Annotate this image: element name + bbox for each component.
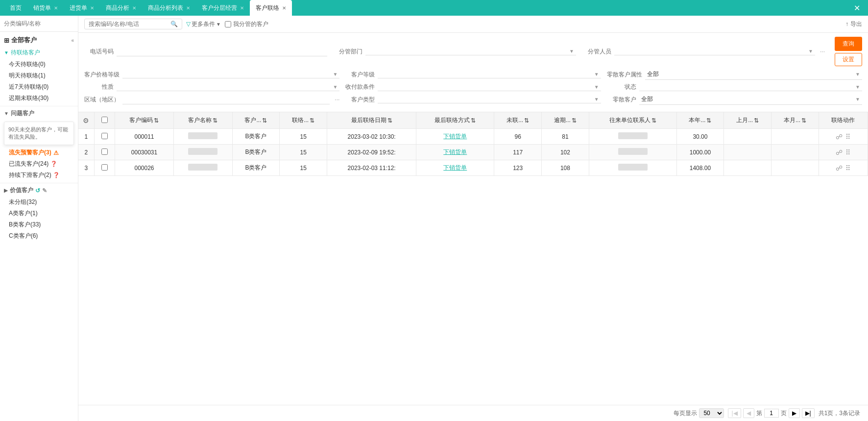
sidebar-item-tomorrow[interactable]: 明天待联络(1): [0, 70, 78, 81]
prev-page-button[interactable]: ◀: [743, 408, 754, 418]
cell-last-date-2: 2023-02-03 11:12:: [327, 160, 416, 176]
filter-price-grade-select[interactable]: ▼: [122, 71, 339, 78]
more-filter-button[interactable]: ▽ 更多条件 ▼: [186, 20, 221, 28]
refresh-icon[interactable]: ↺: [35, 187, 40, 194]
col-type-header[interactable]: 客户... ⇅: [232, 112, 280, 129]
filter-status: 状态 ▼: [607, 83, 862, 91]
last-method-link-2[interactable]: 下销货单: [443, 164, 467, 171]
all-customers-header[interactable]: ⊞ 全部客户 «: [0, 32, 78, 47]
sidebar-item-declining[interactable]: 持续下滑客户(2) ❓: [0, 170, 78, 181]
filter-region-input[interactable]: [122, 95, 330, 104]
tab-purchase-close[interactable]: ✕: [90, 5, 94, 11]
tab-sales[interactable]: 销货单 ✕: [27, 0, 64, 16]
col-last-method-header[interactable]: 最后联络方式 ⇅: [416, 112, 494, 129]
group-value-customers[interactable]: ▶ 价值客户 ↺ ✎: [0, 183, 78, 197]
cell-actions-2: ☍ ⠿: [819, 160, 868, 176]
my-customers-checkbox[interactable]: [225, 21, 231, 27]
query-button[interactable]: 查询: [835, 37, 862, 51]
export-button[interactable]: ↑ 导出: [845, 20, 862, 28]
filter-dept-select[interactable]: ▼: [365, 48, 576, 55]
sidebar-item-b-class[interactable]: B类客户(33): [0, 219, 78, 230]
contact-action-icon-1[interactable]: ☍: [836, 149, 843, 156]
sidebar-item-c-class[interactable]: C类客户(6): [0, 230, 78, 242]
filter-price-grade: 客户价格等级 ▼: [84, 71, 339, 79]
tab-analysis-list[interactable]: 商品分析列表 ✕: [142, 0, 196, 16]
filter-customer-grade-select[interactable]: ▼: [378, 71, 601, 78]
tab-home[interactable]: 首页: [4, 0, 27, 16]
cell-person-1: [589, 145, 676, 160]
last-method-link-0[interactable]: 下销货单: [443, 133, 467, 140]
col-this-month-header[interactable]: 本月... ⇅: [772, 112, 819, 129]
table-settings-gear-icon[interactable]: ⚙: [83, 117, 89, 124]
filter-retail-select[interactable]: 全部 ▼: [639, 94, 862, 105]
col-code-header[interactable]: 客户编码 ⇅: [115, 112, 174, 129]
filter-payment-select[interactable]: ▼: [378, 83, 601, 91]
tab-analysis-list-close[interactable]: ✕: [186, 5, 190, 11]
col-last-date-header[interactable]: 最后联络日期 ⇅: [327, 112, 416, 129]
next-page-button[interactable]: ▶: [789, 408, 800, 418]
search-button[interactable]: 🔍: [170, 21, 178, 27]
sidebar-item-churn-warning[interactable]: 流失预警客户(3) ⚠: [0, 147, 78, 158]
group-problem-customers[interactable]: ▼ 问题客户: [0, 106, 78, 120]
cell-overdue-1: 102: [542, 145, 589, 160]
cell-last-month-0: [724, 129, 772, 145]
sidebar-item-7days[interactable]: 近7天待联络(0): [0, 81, 78, 93]
last-method-link-1[interactable]: 下销货单: [443, 149, 467, 155]
filter-cust-type-select[interactable]: ▼: [378, 96, 601, 103]
filter-status-select[interactable]: ▼: [639, 83, 862, 91]
tooltip-box: 90天未交易的客户，可能有流失风险。: [4, 122, 74, 145]
contact-action-icon-0[interactable]: ☍: [836, 133, 843, 141]
sidebar-item-today[interactable]: 今天待联络(0): [0, 59, 78, 70]
region-dots-icon[interactable]: ···: [335, 96, 339, 103]
col-uncontact-header[interactable]: 未联... ⇅: [494, 112, 542, 129]
first-page-button[interactable]: |◀: [728, 408, 741, 418]
tab-customer-tier-close[interactable]: ✕: [240, 5, 244, 11]
manager-dots-icon[interactable]: ···: [820, 48, 825, 55]
sidebar-item-a-class[interactable]: A类客户(1): [0, 208, 78, 219]
row-checkbox-2[interactable]: [101, 164, 108, 171]
more-action-icon-2[interactable]: ⠿: [845, 164, 850, 172]
filter-region: 区域（地区） ···: [84, 95, 339, 104]
settings-button[interactable]: 设置: [835, 53, 862, 66]
edit-icon[interactable]: ✎: [42, 187, 47, 194]
cell-this-month-2: [772, 160, 819, 176]
sidebar-item-overdue[interactable]: 迟期未联络(30): [0, 93, 78, 104]
last-page-button[interactable]: ▶|: [802, 408, 815, 418]
col-person-header[interactable]: 往来单位联系人 ⇅: [589, 112, 676, 129]
col-last-month-header[interactable]: 上月... ⇅: [724, 112, 772, 129]
sidebar-item-churned[interactable]: 已流失客户(24) ❓: [0, 158, 78, 170]
more-action-icon-0[interactable]: ⠿: [845, 133, 850, 141]
group-waiting-contact[interactable]: ▼ 待联络客户: [0, 47, 78, 59]
blurred-name-0: [188, 132, 217, 139]
status-chevron-icon: ▼: [855, 84, 860, 90]
page-input[interactable]: [764, 409, 779, 418]
row-checkbox-0[interactable]: [101, 133, 108, 139]
tab-purchase[interactable]: 进货单 ✕: [64, 0, 100, 16]
search-input[interactable]: [89, 21, 170, 27]
tab-sales-close[interactable]: ✕: [54, 5, 58, 11]
filter-manager-select[interactable]: ▼: [614, 48, 815, 55]
more-action-icon-1[interactable]: ⠿: [845, 149, 850, 156]
grid-icon: ⊞: [4, 37, 9, 44]
arrow-icon-2: ▼: [4, 111, 9, 116]
tab-customer-contact[interactable]: 客户联络 ✕: [250, 0, 292, 16]
filter-phone-input[interactable]: [117, 47, 327, 56]
tab-analysis-close[interactable]: ✕: [132, 5, 136, 11]
col-overdue-header[interactable]: 逾期... ⇅: [542, 112, 589, 129]
sidebar-item-ungrouped[interactable]: 未分组(32): [0, 197, 78, 208]
per-page-select[interactable]: 50 20 100: [699, 408, 724, 418]
tab-analysis[interactable]: 商品分析 ✕: [100, 0, 142, 16]
cell-this-month-0: [772, 129, 819, 145]
filter-nature-select[interactable]: ▼: [117, 83, 339, 91]
row-checkbox-1[interactable]: [101, 149, 108, 155]
col-contact-header[interactable]: 联络... ⇅: [280, 112, 327, 129]
tab-customer-contact-close[interactable]: ✕: [282, 5, 286, 11]
tab-customer-tier[interactable]: 客户分层经营 ✕: [196, 0, 250, 16]
col-this-year-header[interactable]: 本年... ⇅: [676, 112, 724, 129]
window-close-button[interactable]: ✕: [850, 3, 864, 13]
contact-action-icon-2[interactable]: ☍: [836, 164, 843, 172]
sidebar-search-input[interactable]: [4, 20, 77, 27]
col-name-header[interactable]: 客户名称 ⇅: [173, 112, 232, 129]
filter-retail-attr-select[interactable]: 全部 ▼: [645, 69, 862, 80]
select-all-checkbox[interactable]: [101, 117, 108, 123]
